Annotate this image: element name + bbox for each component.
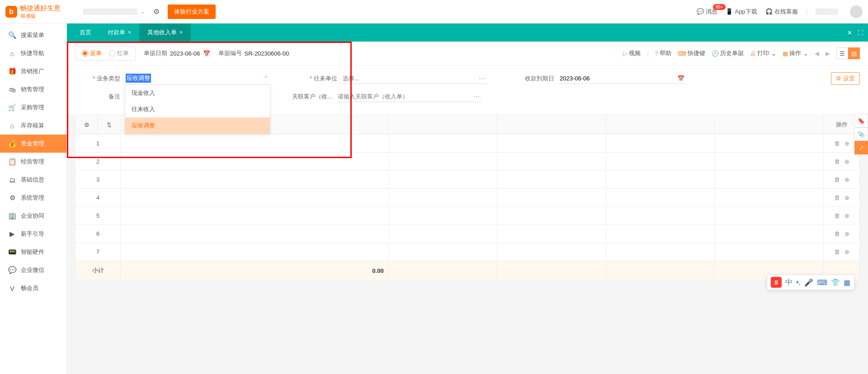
delete-row-icon[interactable]: 🗑	[834, 230, 840, 237]
logo-edition: 标准版	[21, 13, 61, 19]
prev-icon[interactable]: ◀	[815, 50, 819, 57]
ime-punct-icon[interactable]: •,	[796, 278, 801, 286]
due-date-value[interactable]	[560, 75, 677, 82]
due-date-input[interactable]: 📅	[559, 73, 685, 84]
delete-row-icon[interactable]: 🗑	[834, 212, 840, 219]
tab-expand-icon[interactable]: ⛶	[858, 29, 863, 36]
ime-lang[interactable]: 中	[785, 278, 793, 287]
sidebar-item[interactable]: 🔍搜索菜单	[0, 26, 66, 44]
copy-row-icon[interactable]: ⊕	[844, 212, 849, 219]
partner-input-field[interactable]	[343, 75, 479, 82]
trial-button[interactable]: 体验行业方案	[168, 5, 216, 19]
calendar-icon[interactable]: 📅	[203, 50, 210, 57]
radio-red-label: 红单	[117, 49, 129, 57]
delete-row-icon[interactable]: 🗑	[834, 176, 840, 183]
history-button[interactable]: 🕘历史单据	[712, 49, 744, 57]
sidebar-item[interactable]: 🏢企业协同	[0, 207, 66, 225]
rel-customer-input[interactable]: ⋯	[337, 91, 481, 102]
delete-row-icon[interactable]: 🗑	[834, 158, 840, 165]
tab-close-icon[interactable]: ✕	[847, 29, 852, 36]
table-row[interactable]: 2🗑⊕	[75, 153, 860, 171]
support-link[interactable]: 🎧 在线客服	[765, 8, 798, 16]
shortcut-button[interactable]: ⌨快捷键	[678, 49, 705, 57]
dropdown-option[interactable]: 应收调整	[125, 117, 270, 134]
table-row[interactable]: 4🗑⊕	[75, 189, 860, 207]
history-label: 历史单据	[720, 49, 744, 57]
float-tab-tag[interactable]: 🔖	[854, 114, 868, 127]
more-icon[interactable]: ⋯	[474, 93, 481, 100]
sidebar-item[interactable]: 💰资金管理	[0, 135, 66, 153]
form-area: *业务类型 应收调整 ⌃ 现金收入往来收入应收调整 *往来单位 ⋯ 收款到期日	[67, 65, 868, 115]
copy-row-icon[interactable]: ⊕	[844, 230, 849, 237]
calendar-icon[interactable]: 📅	[677, 75, 684, 82]
sidebar-item[interactable]: 🛒采购管理	[0, 98, 66, 117]
sidebar-item-icon: 🛒	[8, 103, 16, 112]
page-tab[interactable]: 首页	[71, 23, 99, 42]
user-name-placeholder	[816, 9, 838, 15]
dropdown-option[interactable]: 现金收入	[125, 85, 270, 101]
delete-row-icon[interactable]: 🗑	[834, 248, 840, 255]
table-row[interactable]: 3🗑⊕	[75, 171, 860, 189]
due-date-field: 收款到期日 📅	[509, 73, 685, 84]
more-icon[interactable]: ⋯	[479, 75, 486, 82]
ime-skin-icon[interactable]: 👕	[831, 278, 840, 287]
actions-button[interactable]: ▦操作⌄	[783, 49, 808, 57]
tab-close-icon[interactable]: ×	[128, 29, 131, 36]
gear-icon[interactable]: ⚙	[153, 7, 160, 16]
sidebar-item[interactable]: 📋经营管理	[0, 153, 66, 171]
page-tab[interactable]: 其他收入单×	[139, 23, 191, 42]
view-card-button[interactable]: ▤	[848, 47, 860, 59]
delete-row-icon[interactable]: 🗑	[834, 140, 840, 147]
radio-red[interactable]: 红单	[109, 49, 129, 57]
settings-button[interactable]: ⚙ 设置	[831, 72, 860, 85]
sidebar-item[interactable]: ▶新手引导	[0, 225, 66, 243]
biz-type-input[interactable]: 应收调整 ⌃ 现金收入往来收入应收调整	[125, 72, 269, 85]
next-icon[interactable]: ▶	[826, 50, 830, 57]
table-row[interactable]: 6🗑⊕	[75, 225, 860, 243]
ime-keyboard-icon[interactable]: ⌨	[817, 278, 827, 287]
sidebar-item[interactable]: 📟智能硬件	[0, 243, 66, 261]
table-row[interactable]: 1🗑⊕	[75, 135, 860, 153]
messages-link[interactable]: 💬 消息 99+	[697, 8, 717, 16]
sidebar-item-icon: ⚙	[8, 194, 16, 202]
table-row[interactable]: 7🗑⊕	[75, 243, 860, 261]
sidebar-item[interactable]: V畅会员	[0, 279, 66, 297]
copy-row-icon[interactable]: ⊕	[844, 176, 849, 183]
sidebar-item[interactable]: ⌂库存核算	[0, 117, 66, 135]
sidebar-item[interactable]: ⌂快捷导航	[0, 44, 66, 62]
help-button[interactable]: ?帮助	[655, 49, 671, 57]
copy-row-icon[interactable]: ⊕	[844, 248, 849, 255]
table-row[interactable]: 5🗑⊕	[75, 207, 860, 225]
ime-toolbar[interactable]: S 中 •, 🎤 ⌨ 👕 ▦	[767, 275, 854, 290]
dropdown-option[interactable]: 往来收入	[125, 101, 270, 117]
settings-col-header[interactable]: ⚙	[75, 115, 98, 135]
view-list-button[interactable]: ☰	[836, 47, 848, 59]
sidebar-item[interactable]: ⚙系统管理	[0, 189, 66, 207]
radio-blue[interactable]: 蓝单	[82, 49, 102, 57]
tab-close-icon[interactable]: ×	[179, 29, 183, 36]
sidebar-item[interactable]: 🎁营销推广	[0, 62, 66, 80]
float-tab-expand[interactable]: ⤢	[854, 141, 868, 154]
rel-customer-input-field[interactable]	[338, 93, 474, 100]
sidebar-item[interactable]: 💬企业微信	[0, 261, 66, 279]
page-tab[interactable]: 付款单×	[99, 23, 139, 42]
avatar[interactable]	[850, 5, 863, 18]
print-button[interactable]: 🖨打印⌄	[750, 49, 776, 57]
partner-input[interactable]: ⋯	[342, 73, 486, 84]
sidebar-item-icon: ▶	[8, 230, 16, 238]
headset-icon: 🎧	[765, 8, 773, 15]
delete-row-icon[interactable]: 🗑	[834, 194, 840, 201]
video-button[interactable]: ▷视频	[623, 49, 641, 57]
float-tab-attach[interactable]: 📎	[854, 127, 868, 141]
ime-mic-icon[interactable]: 🎤	[804, 278, 813, 287]
sidebar-item[interactable]: 🛍销售管理	[0, 80, 66, 98]
app-download-link[interactable]: 📱 App下载	[726, 8, 757, 16]
org-selector[interactable]: ⌄	[83, 8, 145, 15]
copy-row-icon[interactable]: ⊕	[844, 140, 849, 147]
copy-row-icon[interactable]: ⊕	[844, 158, 849, 165]
copy-row-icon[interactable]: ⊕	[844, 194, 849, 201]
sidebar-item-icon: 📋	[8, 158, 16, 166]
sort-col-header[interactable]: ⇅	[98, 115, 121, 135]
sidebar-item[interactable]: 🗂基础信息	[0, 171, 66, 189]
ime-menu-icon[interactable]: ▦	[844, 278, 850, 287]
